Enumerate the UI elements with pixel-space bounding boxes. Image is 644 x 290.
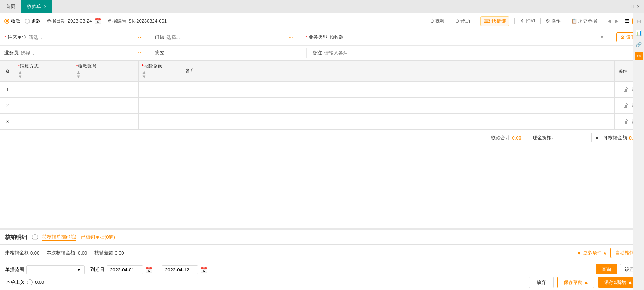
save-new-dropdown-icon[interactable]: ▲ <box>628 279 632 285</box>
footer-info-icon[interactable]: i <box>27 279 33 285</box>
video-btn[interactable]: ⊙ 视频 <box>430 18 445 24</box>
business-type-field: * 业务类型 预收款 ▼ <box>305 34 604 40</box>
operation-btn[interactable]: ⚙ 操作 <box>546 18 561 24</box>
staff-input[interactable] <box>21 50 134 56</box>
help-btn[interactable]: ⊙ 帮助 <box>455 18 470 24</box>
sidebar-attachment-icon[interactable]: 🔗 <box>635 40 643 49</box>
row-1-delete-icon[interactable]: 🗑 <box>623 86 629 93</box>
radio-refund[interactable]: 退款 <box>25 18 41 24</box>
row-3-note[interactable] <box>182 114 615 130</box>
row-1-note[interactable] <box>182 82 615 98</box>
num-value[interactable]: SK-20230324-001 <box>129 18 167 24</box>
row-2-amount[interactable] <box>139 98 182 114</box>
prev-icon[interactable]: ◀ <box>608 18 611 24</box>
query-btn[interactable]: 查询 <box>596 264 617 275</box>
col-settings-header[interactable]: ⚙ <box>0 61 15 82</box>
date-to-input[interactable] <box>162 265 198 274</box>
table-row: 3 🗑 ⧉ <box>0 114 644 130</box>
tab-home-label: 首页 <box>6 3 15 10</box>
counterpart-more-icon[interactable]: ··· <box>138 34 143 40</box>
row-3-amount[interactable] <box>139 114 182 130</box>
row-1-account[interactable] <box>73 82 139 98</box>
history-btn[interactable]: 📋 历史单据 <box>571 18 597 24</box>
summary-input[interactable] <box>166 50 301 56</box>
this-time-value: 0.00 <box>78 250 87 256</box>
range-select[interactable]: ▼ <box>26 265 85 274</box>
equal-sign: = <box>596 135 599 141</box>
form-divider-2 <box>299 32 299 42</box>
store-field: 门店 ··· <box>155 34 293 40</box>
save-new-label: 保存&新增 <box>604 279 626 286</box>
row-3-delete-icon[interactable]: 🗑 <box>623 118 629 125</box>
sort-amount-icon[interactable]: ▲▼ <box>142 70 179 79</box>
row-1-settlement[interactable] <box>15 82 73 98</box>
sidebar-screenshot-icon[interactable]: ✂ <box>635 52 643 60</box>
radio-refund-dot <box>25 19 30 24</box>
range-filter: 单据范围 ▼ <box>5 265 85 274</box>
date-from-input[interactable] <box>107 265 143 274</box>
receipt-table-section: ⚙ *结算方式 ▲▼ *收款账号 ▲▼ *收款金额 ▲▼ <box>0 60 644 228</box>
table-row: 2 🗑 ⧉ <box>0 98 644 114</box>
sidebar-table-icon[interactable]: ⊞ <box>635 17 643 26</box>
diff-label: 核销差额 <box>94 250 113 256</box>
business-type-dropdown-icon[interactable]: ▼ <box>600 35 604 40</box>
more-conditions-btn[interactable]: ▼ 更多条件 ∧ <box>577 250 607 256</box>
date-value[interactable]: 2023-03-24 <box>68 18 92 24</box>
tab-home[interactable]: 首页 <box>0 0 21 13</box>
tab-receipt[interactable]: 收款单 × <box>21 0 52 13</box>
radio-receipt[interactable]: 收款 <box>4 18 20 24</box>
pending-tab[interactable]: 待核销单据(0笔) <box>42 234 76 241</box>
minimize-btn[interactable]: — <box>624 4 628 9</box>
store-more-icon[interactable]: ··· <box>288 34 293 40</box>
date-to-calendar-icon[interactable]: 📅 <box>200 266 208 273</box>
row-3-account[interactable] <box>73 114 139 130</box>
row-3-settlement[interactable] <box>15 114 73 130</box>
print-btn[interactable]: 🖨 打印 <box>520 18 535 24</box>
row-1-num: 1 <box>0 82 15 98</box>
receipt-refund-radio: 收款 退款 <box>4 18 41 24</box>
num-label: 单据编号 <box>107 18 126 24</box>
tab-close-icon[interactable]: × <box>44 4 47 9</box>
total-value: 0.00 <box>512 135 521 141</box>
print-label: 打印 <box>526 18 535 24</box>
date-field: 单据日期 2023-03-24 📅 <box>47 17 102 24</box>
draft-btn[interactable]: 保存草稿 ▲ <box>557 277 595 288</box>
window-controls: — □ × <box>624 4 644 9</box>
row-2-account[interactable] <box>73 98 139 114</box>
date-from-calendar-icon[interactable]: 📅 <box>145 266 153 273</box>
done-tab[interactable]: 已核销单据(0笔) <box>81 234 115 240</box>
row-2-settlement[interactable] <box>15 98 73 114</box>
writeoff-stats: 未核销金额 0.00 本次核销金额: 0.00 核销差额 0.00 ▼ 更多条件… <box>0 245 644 261</box>
maximize-btn[interactable]: □ <box>631 4 634 9</box>
counterpart-input[interactable] <box>29 35 134 40</box>
sort-account-icon[interactable]: ▲▼ <box>76 70 136 79</box>
row-2-delete-icon[interactable]: 🗑 <box>623 102 629 109</box>
divider-1 <box>450 18 450 24</box>
receipt-table: ⚙ *结算方式 ▲▼ *收款账号 ▲▼ *收款金额 ▲▼ <box>0 60 644 130</box>
row-2-note[interactable] <box>182 98 615 114</box>
writeoff-info-icon[interactable]: i <box>32 234 38 240</box>
save-new-btn[interactable]: 保存&新增 ▲ <box>598 277 638 288</box>
next-icon[interactable]: ▶ <box>615 18 619 24</box>
layout-list-icon[interactable]: ☰ <box>624 18 631 24</box>
staff-more-icon[interactable]: ··· <box>138 50 143 56</box>
abandon-btn[interactable]: 放弃 <box>529 277 554 288</box>
date-calendar-icon[interactable]: 📅 <box>94 17 102 24</box>
business-type-label: * 业务类型 <box>305 34 327 40</box>
draft-dropdown-icon[interactable]: ▲ <box>584 279 589 285</box>
table-settings-icon[interactable]: ⚙ <box>5 68 10 74</box>
close-btn[interactable]: × <box>637 4 640 9</box>
discount-input[interactable] <box>555 133 592 142</box>
divider-4 <box>540 18 541 24</box>
note-input[interactable] <box>324 50 640 56</box>
shortcut-icon: ⌨ <box>484 18 491 24</box>
toolbar-row: 收款 退款 单据日期 2023-03-24 📅 单据编号 SK-20230324… <box>0 13 644 29</box>
writeoff-header: 核销明细 i 待核销单据(0笔) 已核销单据(0笔) <box>0 230 644 245</box>
form-divider-4 <box>149 48 149 58</box>
row-1-amount[interactable] <box>139 82 182 98</box>
date-range-dash: — <box>155 267 160 273</box>
sort-settlement-icon[interactable]: ▲▼ <box>18 70 70 79</box>
sidebar-chart-icon[interactable]: 📊 <box>635 28 643 37</box>
store-input[interactable] <box>166 35 285 40</box>
shortcut-btn[interactable]: ⌨ 快捷键 <box>480 16 509 26</box>
